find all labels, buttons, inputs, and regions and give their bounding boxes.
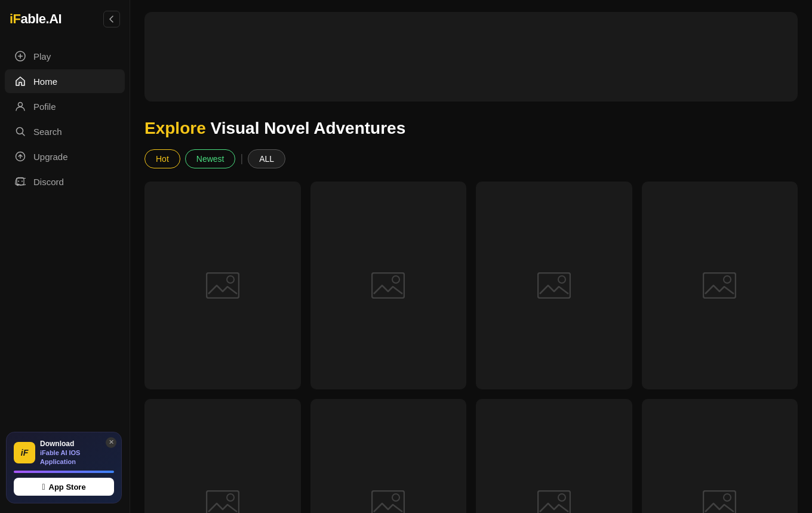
search-icon bbox=[14, 125, 26, 137]
sidebar-item-discord[interactable]: Discord bbox=[5, 170, 125, 193]
filter-tabs: Hot Newest | ALL bbox=[144, 149, 798, 168]
list-item[interactable] bbox=[310, 182, 467, 390]
placeholder-icon bbox=[206, 272, 239, 299]
svg-rect-8 bbox=[538, 273, 570, 298]
logo-rest: able.AI bbox=[21, 11, 62, 26]
popup-text: Download iFable AI IOS Application bbox=[40, 440, 114, 466]
home-icon bbox=[14, 75, 26, 87]
svg-point-13 bbox=[227, 494, 234, 501]
list-item[interactable] bbox=[310, 399, 467, 513]
upgrade-icon bbox=[14, 150, 26, 162]
sidebar-header: iFable.AI bbox=[0, 0, 130, 38]
svg-rect-4 bbox=[207, 273, 239, 298]
filter-tab-hot[interactable]: Hot bbox=[144, 149, 180, 168]
list-item[interactable] bbox=[476, 399, 632, 513]
popup-header: iF Download iFable AI IOS Application bbox=[14, 440, 114, 466]
placeholder-icon bbox=[206, 490, 239, 513]
svg-point-2 bbox=[17, 128, 23, 134]
sidebar-item-search[interactable]: Search bbox=[5, 119, 125, 143]
card-grid-row1 bbox=[144, 182, 798, 390]
discord-icon bbox=[14, 176, 26, 188]
popup-title: Download bbox=[40, 440, 114, 449]
sidebar-item-discord-label: Discord bbox=[33, 177, 64, 187]
svg-point-9 bbox=[558, 276, 565, 283]
svg-rect-10 bbox=[703, 273, 736, 298]
filter-tab-all[interactable]: ALL bbox=[248, 149, 285, 168]
list-item[interactable] bbox=[144, 399, 301, 513]
svg-point-15 bbox=[392, 494, 399, 501]
svg-point-19 bbox=[724, 494, 731, 501]
sidebar-item-home-label: Home bbox=[33, 76, 57, 87]
card-grid-row2 bbox=[144, 399, 798, 513]
user-icon bbox=[14, 100, 26, 112]
popup-gradient-bar bbox=[14, 471, 114, 473]
plus-icon bbox=[14, 50, 26, 62]
sidebar-item-upgrade-label: Upgrade bbox=[33, 152, 68, 162]
list-item[interactable] bbox=[476, 182, 632, 390]
section-title-highlight: Explore bbox=[144, 119, 206, 137]
list-item[interactable] bbox=[144, 182, 301, 390]
placeholder-icon bbox=[703, 272, 736, 299]
sidebar-item-play[interactable]: Play bbox=[5, 44, 125, 68]
sidebar-item-home[interactable]: Home bbox=[5, 69, 125, 93]
list-item[interactable] bbox=[642, 182, 798, 390]
svg-point-11 bbox=[724, 276, 731, 283]
placeholder-icon bbox=[537, 272, 571, 299]
placeholder-icon bbox=[371, 272, 405, 299]
svg-point-17 bbox=[558, 494, 565, 501]
logo-if: iF bbox=[10, 11, 21, 26]
filter-tab-newest[interactable]: Newest bbox=[185, 149, 236, 168]
list-item[interactable] bbox=[642, 399, 798, 513]
app-store-button[interactable]:  App Store bbox=[14, 478, 114, 496]
app-store-label: App Store bbox=[49, 483, 86, 492]
hero-banner bbox=[144, 12, 798, 102]
section-title: Explore Visual Novel Adventures bbox=[144, 118, 798, 139]
placeholder-icon bbox=[537, 490, 571, 513]
popup-close-button[interactable]: ✕ bbox=[106, 437, 116, 448]
svg-point-7 bbox=[392, 276, 399, 283]
main-content: Explore Visual Novel Adventures Hot Newe… bbox=[130, 0, 812, 513]
sidebar: iFable.AI Play Home bbox=[0, 0, 130, 513]
svg-point-1 bbox=[19, 103, 23, 107]
apple-icon:  bbox=[42, 482, 45, 492]
svg-point-5 bbox=[227, 276, 234, 283]
filter-divider: | bbox=[240, 152, 243, 165]
placeholder-icon bbox=[703, 490, 736, 513]
section-title-rest: Visual Novel Adventures bbox=[206, 119, 406, 137]
sidebar-item-play-label: Play bbox=[33, 51, 51, 62]
sidebar-item-search-label: Search bbox=[33, 127, 62, 137]
popup-subtitle: iFable AI IOS Application bbox=[40, 449, 114, 466]
collapse-button[interactable] bbox=[103, 11, 120, 27]
svg-rect-6 bbox=[372, 273, 404, 298]
app-logo: iFable.AI bbox=[10, 11, 61, 27]
placeholder-icon bbox=[371, 490, 405, 513]
popup-app-icon: iF bbox=[14, 442, 35, 463]
download-popup: ✕ iF Download iFable AI IOS Application … bbox=[6, 432, 122, 503]
sidebar-item-profile[interactable]: Pofile bbox=[5, 94, 125, 118]
sidebar-item-profile-label: Pofile bbox=[33, 102, 56, 112]
sidebar-item-upgrade[interactable]: Upgrade bbox=[5, 145, 125, 168]
